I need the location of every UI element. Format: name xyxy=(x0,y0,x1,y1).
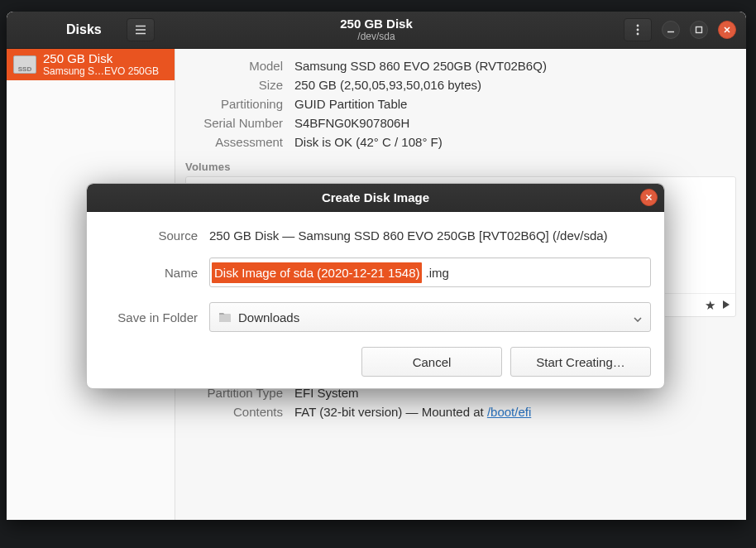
close-icon xyxy=(645,194,653,201)
svg-point-1 xyxy=(637,29,639,31)
titlebar-right xyxy=(624,18,736,41)
assessment-label: Assessment xyxy=(175,135,283,149)
name-input-selection: Disk Image of sda (2020-12-21 1548) xyxy=(212,262,422,283)
svg-point-2 xyxy=(637,33,639,36)
app-menu-button[interactable] xyxy=(127,18,155,41)
serial-label: Serial Number xyxy=(175,116,283,130)
volumes-heading: Volumes xyxy=(185,161,746,173)
name-label: Name xyxy=(100,266,198,280)
close-icon xyxy=(723,26,731,34)
name-input-extension: .img xyxy=(422,266,452,280)
app-name: Disks xyxy=(66,22,102,37)
source-label: Source xyxy=(100,228,198,243)
dialog-actions: Cancel Start Creating… xyxy=(100,347,651,377)
contents-value: FAT (32-bit version) — Mounted at /boot/… xyxy=(294,405,736,419)
disk-details: Model Samsung SSD 860 EVO 250GB (RVT02B6… xyxy=(175,59,736,149)
disk-item-subtitle: Samsung S…EVO 250GB xyxy=(43,66,159,77)
size-label: Size xyxy=(175,78,283,92)
hamburger-icon xyxy=(135,25,146,35)
serial-value: S4BFNG0K907806H xyxy=(294,116,736,130)
contents-label: Contents xyxy=(175,405,283,419)
cancel-button[interactable]: Cancel xyxy=(361,347,502,377)
ssd-icon: SSD xyxy=(13,55,36,74)
model-value: Samsung SSD 860 EVO 250GB (RVT02B6Q) xyxy=(294,59,736,73)
kebab-icon xyxy=(636,24,639,36)
folder-combo[interactable]: Downloads xyxy=(209,302,651,332)
window-maximize-button[interactable] xyxy=(690,21,708,39)
maximize-icon xyxy=(695,26,703,34)
drive-options-button[interactable] xyxy=(624,18,652,41)
contents-prefix: FAT (32-bit version) — Mounted at xyxy=(294,405,487,419)
source-value: 250 GB Disk — Samsung SSD 860 EVO 250GB … xyxy=(209,228,651,243)
window-close-button[interactable] xyxy=(718,21,736,39)
name-input[interactable]: Disk Image of sda (2020-12-21 1548).img xyxy=(209,257,651,287)
start-creating-button[interactable]: Start Creating… xyxy=(510,347,651,377)
chevron-down-icon xyxy=(634,310,642,324)
create-disk-image-dialog: Create Disk Image Source 250 GB Disk — S… xyxy=(86,183,665,389)
disk-item-title: 250 GB Disk xyxy=(43,52,159,66)
disk-list-item[interactable]: SSD 250 GB Disk Samsung S…EVO 250GB xyxy=(7,49,175,80)
size-value: 250 GB (2,50,05,93,50,016 bytes) xyxy=(294,78,736,92)
titlebar: Disks 250 GB Disk /dev/sda xyxy=(7,12,746,49)
dialog-body: Source 250 GB Disk — Samsung SSD 860 EVO… xyxy=(87,212,664,388)
folder-icon xyxy=(218,311,232,323)
star-icon[interactable]: ★ xyxy=(705,298,715,313)
mount-point-link[interactable]: /boot/efi xyxy=(487,405,531,419)
folder-label: Save in Folder xyxy=(100,310,198,324)
window-minimize-button[interactable] xyxy=(662,21,680,39)
model-label: Model xyxy=(175,59,283,73)
svg-rect-3 xyxy=(696,27,702,33)
folder-value: Downloads xyxy=(238,310,299,324)
minimize-icon xyxy=(667,26,675,34)
partitioning-label: Partitioning xyxy=(175,97,283,111)
svg-point-0 xyxy=(637,25,639,27)
assessment-value: Disk is OK (42° C / 108° F) xyxy=(294,135,736,149)
play-icon[interactable] xyxy=(722,298,730,312)
dialog-title: Create Disk Image xyxy=(322,190,429,204)
dialog-titlebar: Create Disk Image xyxy=(87,184,664,212)
dialog-close-button[interactable] xyxy=(640,189,658,206)
partitioning-value: GUID Partition Table xyxy=(294,97,736,111)
